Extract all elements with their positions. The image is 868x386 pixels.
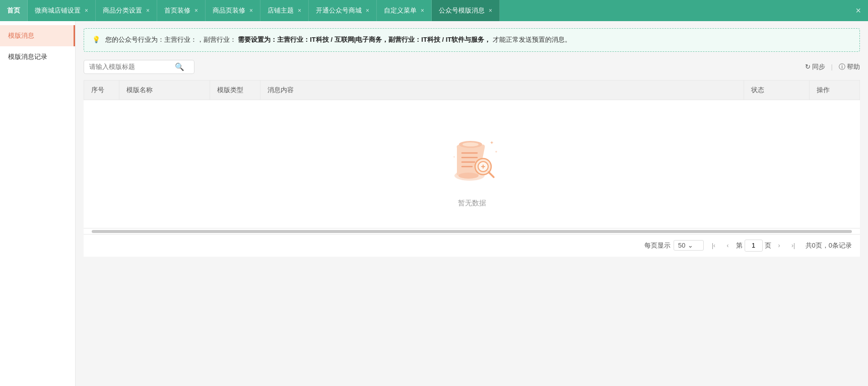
svg-text:✦: ✦ bbox=[495, 150, 498, 153]
product-decor-label: 商品页装修 bbox=[213, 6, 245, 15]
sidebar-item-template-msg[interactable]: 模版消息 bbox=[0, 25, 75, 46]
home-label: 首页 bbox=[7, 6, 20, 15]
close-all-button[interactable]: × bbox=[848, 6, 868, 16]
close-product-decor-icon[interactable]: × bbox=[249, 7, 253, 14]
sidebar-item-template-msg-log[interactable]: 模版消息记录 bbox=[0, 46, 75, 67]
content-area: 💡 您的公众号行业为：主营行业：，副营行业： 需要设置为：主营行业：IT科技 /… bbox=[76, 21, 868, 386]
notice-icon: 💡 bbox=[92, 36, 100, 43]
custom-menu-label: 自定义菜单 bbox=[384, 6, 417, 15]
col-name: 模版名称 bbox=[119, 80, 210, 100]
svg-text:✦: ✦ bbox=[490, 140, 494, 145]
close-store-theme-icon[interactable]: × bbox=[298, 7, 301, 14]
nav-tab-category-settings[interactable]: 商品分类设置 × bbox=[96, 0, 157, 21]
col-seq: 序号 bbox=[84, 80, 119, 100]
pagination-row: 每页显示 50 ⌄ |‹ ‹ 第 页 › ›| 共0页，0条记录 bbox=[84, 234, 860, 257]
col-status: 状态 bbox=[744, 80, 810, 100]
notice-banner: 💡 您的公众号行业为：主营行业：，副营行业： 需要设置为：主营行业：IT科技 /… bbox=[84, 28, 860, 52]
svg-line-10 bbox=[489, 172, 494, 177]
first-page-button[interactable]: |‹ bbox=[708, 240, 720, 252]
search-icon[interactable]: 🔍 bbox=[175, 62, 184, 71]
top-nav: 首页 微商城店铺设置 × 商品分类设置 × 首页装修 × 商品页装修 × 店铺主… bbox=[0, 0, 868, 21]
store-theme-label: 店铺主题 bbox=[268, 6, 294, 15]
search-input-wrap[interactable]: 🔍 bbox=[84, 60, 194, 74]
nav-tab-home[interactable]: 首页 bbox=[0, 0, 28, 21]
per-page-label: 每页显示 bbox=[644, 241, 671, 250]
col-content: 消息内容 bbox=[260, 80, 744, 100]
close-custom-menu-icon[interactable]: × bbox=[421, 7, 424, 14]
open-mall-label: 开通公众号商城 bbox=[316, 6, 362, 15]
toolbar-right: ↻ 同步 | ⓘ 帮助 bbox=[805, 62, 860, 71]
prev-page-button[interactable]: ‹ bbox=[722, 240, 734, 252]
table-header-row: 序号 模版名称 模版类型 消息内容 状态 操作 bbox=[84, 80, 860, 100]
nav-tab-product-decor[interactable]: 商品页装修 × bbox=[206, 0, 260, 21]
empty-illustration: ✦ ✦ ✦ bbox=[442, 130, 502, 191]
search-row: 🔍 ↻ 同步 | ⓘ 帮助 bbox=[84, 60, 860, 74]
nav-tab-store-theme[interactable]: 店铺主题 × bbox=[260, 0, 309, 21]
nav-tab-template-msg[interactable]: 公众号模版消息 × bbox=[432, 0, 500, 21]
nav-tab-home-decor[interactable]: 首页装修 × bbox=[157, 0, 206, 21]
col-type: 模版类型 bbox=[210, 80, 260, 100]
help-button[interactable]: ⓘ 帮助 bbox=[839, 62, 860, 71]
help-icon: ⓘ bbox=[839, 62, 845, 71]
notice-suffix: 才能正常发送预置的消息。 bbox=[493, 36, 571, 43]
toolbar-divider: | bbox=[831, 63, 833, 70]
page-unit-label: 页 bbox=[765, 241, 771, 250]
per-page-value: 50 bbox=[678, 242, 685, 249]
nav-tab-custom-menu[interactable]: 自定义菜单 × bbox=[377, 0, 432, 21]
sidebar: 模版消息 模版消息记录 bbox=[0, 21, 76, 386]
home-decor-label: 首页装修 bbox=[164, 6, 190, 15]
per-page-select: 每页显示 50 ⌄ bbox=[644, 240, 703, 251]
last-page-button[interactable]: ›| bbox=[787, 240, 799, 252]
empty-state: ✦ ✦ ✦ 暂无数据 bbox=[84, 100, 860, 228]
template-msg-label: 公众号模版消息 bbox=[439, 6, 485, 15]
svg-text:✦: ✦ bbox=[453, 156, 455, 159]
store-settings-label: 微商城店铺设置 bbox=[35, 6, 81, 15]
nav-tab-store-settings[interactable]: 微商城店铺设置 × bbox=[28, 0, 96, 21]
page-nav: |‹ ‹ 第 页 › ›| bbox=[708, 240, 799, 252]
sync-label: 同步 bbox=[812, 62, 825, 71]
sync-button[interactable]: ↻ 同步 bbox=[805, 62, 825, 71]
scrollbar-track[interactable] bbox=[92, 230, 852, 233]
close-template-msg-icon[interactable]: × bbox=[489, 7, 492, 14]
close-store-settings-icon[interactable]: × bbox=[85, 7, 88, 14]
total-info: 共0页，0条记录 bbox=[806, 241, 852, 250]
close-open-mall-icon[interactable]: × bbox=[366, 7, 369, 14]
col-action: 操作 bbox=[810, 80, 860, 100]
svg-point-3 bbox=[458, 173, 479, 179]
notice-prefix: 您的公众号行业为：主营行业：，副营行业： bbox=[105, 36, 236, 43]
page-number-input[interactable] bbox=[745, 240, 763, 252]
close-category-settings-icon[interactable]: × bbox=[146, 7, 150, 14]
notice-highlight: 需要设置为：主营行业：IT科技 / 互联网|电子商务，副营行业：IT科技 / I… bbox=[238, 36, 491, 43]
category-settings-label: 商品分类设置 bbox=[103, 6, 142, 15]
page-prefix-label: 第 bbox=[736, 241, 743, 250]
main-layout: 模版消息 模版消息记录 💡 您的公众号行业为：主营行业：，副营行业： 需要设置为… bbox=[0, 21, 868, 386]
data-table: 序号 模版名称 模版类型 消息内容 状态 操作 bbox=[84, 80, 860, 100]
scrollbar-row[interactable] bbox=[84, 228, 860, 234]
chevron-down-icon: ⌄ bbox=[688, 242, 693, 249]
help-label: 帮助 bbox=[847, 62, 860, 71]
nav-tab-open-mall[interactable]: 开通公众号商城 × bbox=[309, 0, 377, 21]
next-page-button[interactable]: › bbox=[773, 240, 785, 252]
close-home-decor-icon[interactable]: × bbox=[194, 7, 198, 14]
empty-text: 暂无数据 bbox=[458, 199, 486, 208]
svg-point-2 bbox=[462, 142, 479, 146]
search-input[interactable] bbox=[89, 63, 175, 70]
sync-icon: ↻ bbox=[805, 63, 811, 70]
per-page-dropdown[interactable]: 50 ⌄ bbox=[674, 240, 703, 251]
